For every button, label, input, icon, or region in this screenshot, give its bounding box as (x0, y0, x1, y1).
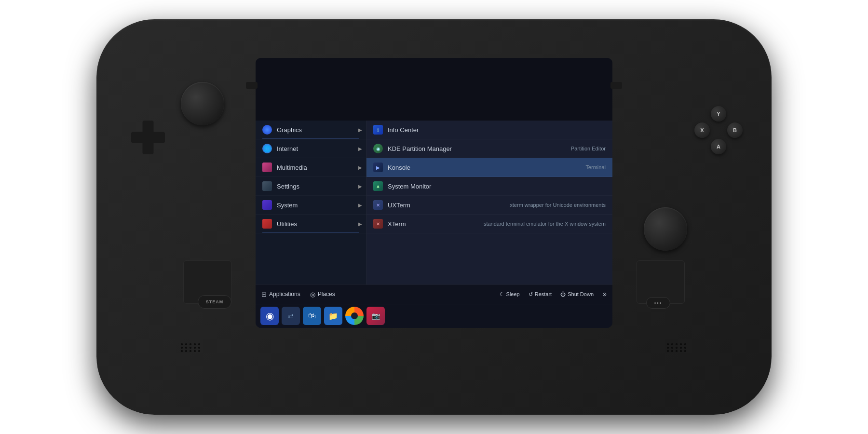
right-item-kde-partition[interactable]: ◉ KDE Partition Manager Partition Editor (366, 139, 612, 158)
close-action[interactable]: ⊗ (602, 291, 607, 298)
right-menu: ℹ Info Center ◉ KDE Partition Manager Pa… (366, 121, 612, 285)
menu-item-multimedia-label: Multimedia (277, 164, 307, 171)
taskbar-app-settings[interactable]: ⇄ (282, 307, 300, 325)
right-item-system-monitor[interactable]: ▲ System Monitor (366, 177, 612, 196)
taskbar: ⊞ Applications ◎ Places ☾ Sleep (256, 285, 612, 328)
graphics-arrow: ▶ (358, 127, 362, 133)
multimedia-arrow: ▶ (358, 165, 362, 170)
system-arrow: ▶ (358, 203, 362, 208)
applications-icon: ⊞ (261, 291, 267, 298)
dpad-vertical (143, 121, 154, 154)
sleep-icon: ☾ (500, 291, 504, 298)
menu-item-system[interactable]: System ▶ (256, 196, 366, 215)
kde-partition-icon: ◉ (373, 144, 383, 153)
taskbar-top: ⊞ Applications ◎ Places ☾ Sleep (256, 285, 612, 304)
places-icon: ◎ (310, 291, 315, 298)
xterm-label: XTerm (388, 220, 406, 228)
right-shoulder-indicator (610, 82, 622, 89)
uxterm-label: UXTerm (388, 202, 410, 209)
utilities-underline (262, 232, 359, 233)
right-item-xterm[interactable]: ✕ XTerm standard terminal emulator for t… (366, 215, 612, 233)
sleep-label: Sleep (506, 291, 520, 297)
shutdown-label: Shut Down (568, 291, 594, 297)
applications-label: Applications (269, 291, 300, 298)
right-item-konsole[interactable]: ▶ Konsole Terminal (366, 158, 612, 177)
graphics-underline (262, 138, 359, 139)
menu-item-graphics[interactable]: Graphics ▶ (256, 121, 366, 139)
shutdown-action[interactable]: ⏻ Shut Down (560, 291, 594, 297)
internet-icon: 🌐 (262, 144, 272, 153)
menu-item-multimedia[interactable]: Multimedia ▶ (256, 158, 366, 177)
left-analog-stick[interactable] (181, 82, 224, 125)
left-shoulder-indicator (246, 82, 258, 89)
info-center-icon: ℹ (373, 125, 383, 135)
taskbar-app-discover[interactable]: ◉ (260, 307, 279, 325)
menu-item-settings-label: Settings (277, 183, 299, 190)
screen: Graphics ▶ 🌐 Internet ▶ Multimedia (256, 58, 612, 328)
taskbar-app-screenshot[interactable]: 📷 (366, 307, 385, 325)
right-item-uxterm[interactable]: ✕ UXTerm xterm wrapper for Unicode envir… (366, 196, 612, 215)
taskbar-app-files[interactable]: 📁 (324, 307, 342, 325)
taskbar-nav-applications[interactable]: ⊞ Applications (261, 291, 300, 298)
uxterm-icon: ✕ (373, 200, 383, 210)
menu-item-internet[interactable]: 🌐 Internet ▶ (256, 139, 366, 158)
menu-item-utilities-label: Utilities (277, 220, 297, 228)
kde-partition-label: KDE Partition Manager (388, 145, 452, 152)
left-speaker-dots (181, 343, 201, 352)
menu-item-utilities[interactable]: Utilities ▶ (256, 215, 366, 233)
dots-icon: ••• (654, 300, 663, 306)
restart-action[interactable]: ↺ Restart (529, 291, 552, 298)
settings-icon (262, 181, 272, 191)
steam-label: STEAM (206, 299, 224, 304)
menu-item-system-label: System (277, 202, 298, 209)
utilities-icon (262, 219, 272, 229)
kde-partition-subtitle: Partition Editor (571, 146, 606, 151)
y-label: Y (717, 111, 720, 117)
xterm-subtitle: standard terminal emulator for the X win… (484, 221, 606, 227)
info-center-label: Info Center (388, 126, 419, 134)
konsole-icon: ▶ (373, 163, 383, 172)
y-button[interactable]: Y (711, 106, 726, 122)
b-label: B (733, 127, 737, 133)
a-button[interactable]: A (711, 139, 726, 154)
places-label: Places (318, 291, 335, 298)
right-speaker-dots (667, 343, 687, 352)
dpad[interactable] (131, 121, 165, 154)
right-speaker (667, 343, 687, 352)
system-monitor-icon: ▲ (373, 181, 383, 191)
screen-bezel: Graphics ▶ 🌐 Internet ▶ Multimedia (256, 58, 612, 328)
multimedia-icon (262, 163, 272, 172)
steam-deck-device: Graphics ▶ 🌐 Internet ▶ Multimedia (96, 19, 772, 415)
left-menu: Graphics ▶ 🌐 Internet ▶ Multimedia (256, 121, 366, 285)
x-button[interactable]: X (694, 122, 710, 138)
restart-icon: ↺ (529, 291, 533, 298)
graphics-icon (262, 125, 272, 135)
dots-button[interactable]: ••• (646, 297, 670, 309)
shutdown-icon: ⏻ (560, 291, 566, 297)
menu-item-settings[interactable]: Settings ▶ (256, 177, 366, 196)
menu-area: Graphics ▶ 🌐 Internet ▶ Multimedia (256, 121, 612, 285)
right-item-info-center[interactable]: ℹ Info Center (366, 121, 612, 139)
taskbar-app-chrome[interactable] (345, 307, 364, 325)
taskbar-app-store[interactable]: 🛍 (303, 307, 321, 325)
right-analog-stick[interactable] (644, 207, 687, 251)
xterm-icon: ✕ (373, 219, 383, 229)
taskbar-actions: ☾ Sleep ↺ Restart ⏻ Shut Down ⊗ (500, 291, 607, 298)
close-icon: ⊗ (602, 291, 607, 298)
restart-label: Restart (535, 291, 552, 297)
system-icon (262, 200, 272, 210)
steam-button[interactable]: STEAM (198, 295, 231, 309)
left-speaker (181, 343, 201, 352)
x-label: X (700, 127, 704, 133)
system-monitor-label: System Monitor (388, 183, 431, 190)
menu-item-graphics-label: Graphics (277, 126, 302, 134)
taskbar-nav-places[interactable]: ◎ Places (310, 291, 335, 298)
b-button[interactable]: B (727, 122, 743, 138)
settings-arrow: ▶ (358, 184, 362, 189)
screen-top-dark (256, 58, 612, 121)
menu-item-internet-label: Internet (277, 145, 298, 152)
sleep-action[interactable]: ☾ Sleep (500, 291, 520, 298)
abxy-buttons: Y X B A (694, 106, 743, 154)
uxterm-subtitle: xterm wrapper for Unicode environments (510, 202, 606, 208)
internet-arrow: ▶ (358, 146, 362, 151)
